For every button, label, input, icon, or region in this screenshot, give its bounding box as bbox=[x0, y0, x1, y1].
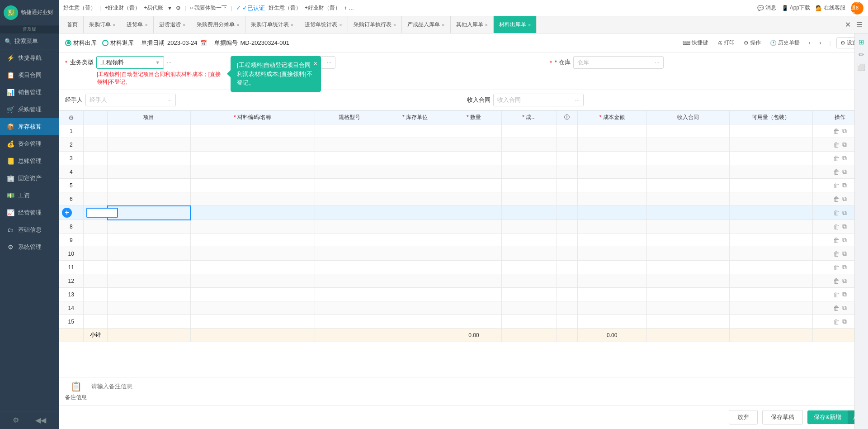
sidebar-item-payroll[interactable]: 💵 工资 bbox=[0, 187, 59, 204]
notes-input[interactable] bbox=[91, 381, 862, 391]
calendar-icon[interactable]: 📅 bbox=[200, 40, 207, 46]
close-all-icon[interactable]: ✕ bbox=[843, 19, 853, 30]
sidebar-item-sales[interactable]: 📊 销售管理 bbox=[0, 84, 59, 101]
tab-other-in[interactable]: 其他入库单 × bbox=[451, 16, 494, 33]
collapse-icon[interactable]: ◀◀ bbox=[35, 416, 46, 424]
topbar-good-biz[interactable]: 好生意（普） bbox=[63, 4, 96, 12]
sidebar-item-finance[interactable]: 💰 资金管理 bbox=[0, 135, 59, 153]
tab-close-icon[interactable]: × bbox=[339, 22, 342, 28]
delete-row-icon[interactable]: 🗑 bbox=[833, 128, 840, 135]
topbar-app-download[interactable]: 📱 App下载 bbox=[782, 4, 810, 12]
right-panel-table-icon[interactable]: ⊞ bbox=[859, 38, 864, 46]
sidebar-item-quick[interactable]: ⚡ 快捷导航 bbox=[0, 49, 59, 67]
print-button[interactable]: 🖨 打印 bbox=[714, 38, 737, 48]
delete-row-icon[interactable]: 🗑 bbox=[833, 209, 840, 216]
delete-row-icon[interactable]: 🗑 bbox=[833, 264, 840, 271]
copy-row-icon[interactable]: ⧉ bbox=[842, 236, 847, 244]
tab-close-icon[interactable]: × bbox=[236, 22, 239, 28]
topbar-more[interactable]: + … bbox=[344, 5, 354, 11]
tooltip-close-icon[interactable]: × bbox=[314, 59, 317, 68]
add-row-button[interactable]: + bbox=[62, 208, 72, 218]
shortcut-button[interactable]: ⌨ 快捷键 bbox=[680, 38, 711, 48]
copy-row-icon[interactable]: ⧉ bbox=[842, 277, 847, 285]
copy-row-icon[interactable]: ⧉ bbox=[842, 291, 847, 298]
topbar-biz2[interactable]: 好生意（普） bbox=[269, 4, 301, 12]
tab-close-icon[interactable]: × bbox=[183, 22, 185, 28]
th-settings[interactable]: ⚙ bbox=[59, 111, 84, 124]
copy-row-icon[interactable]: ⧉ bbox=[842, 181, 847, 189]
copy-row-icon[interactable]: ⧉ bbox=[842, 250, 847, 257]
copy-row-icon[interactable]: ⧉ bbox=[842, 304, 847, 312]
delete-row-icon[interactable]: 🗑 bbox=[833, 305, 840, 312]
radio-material-out[interactable]: 材料出库 bbox=[65, 39, 97, 47]
handler-input[interactable]: 经手人 ··· bbox=[85, 94, 176, 106]
tab-close-icon[interactable]: × bbox=[528, 22, 531, 28]
operations-button[interactable]: ⚙ 操作 bbox=[741, 38, 764, 48]
settings-bottom-icon[interactable]: ⚙ bbox=[13, 416, 19, 424]
save-draft-button[interactable]: 保存草稿 bbox=[762, 410, 803, 424]
right-panel-green-icon[interactable]: ⬜ bbox=[857, 63, 866, 72]
tab-close-icon[interactable]: × bbox=[442, 22, 444, 28]
copy-row-icon[interactable]: ⧉ bbox=[842, 141, 847, 148]
warehouse-input[interactable]: 仓库 ··· bbox=[573, 56, 664, 69]
delete-row-icon[interactable]: 🗑 bbox=[833, 291, 840, 298]
topbar-easy-account[interactable]: +易代账 bbox=[144, 4, 163, 12]
delete-row-icon[interactable]: 🗑 bbox=[833, 195, 840, 203]
user-avatar[interactable]: 畅捷通8号 bbox=[851, 2, 863, 14]
copy-row-icon[interactable]: ⧉ bbox=[842, 263, 847, 271]
tab-close-icon[interactable]: × bbox=[393, 22, 396, 28]
tab-product-in[interactable]: 产成品入库单 × bbox=[402, 16, 450, 33]
tab-material-out[interactable]: 材料出库单 × bbox=[494, 16, 537, 33]
sidebar-item-ops[interactable]: 📈 经营管理 bbox=[0, 204, 59, 221]
sidebar-item-purchase[interactable]: 🛒 采购管理 bbox=[0, 101, 59, 118]
business-type-dots[interactable]: ··· bbox=[167, 59, 171, 66]
sidebar-item-assets[interactable]: 🏢 固定资产 bbox=[0, 170, 59, 187]
delete-row-icon[interactable]: 🗑 bbox=[833, 237, 840, 244]
discard-button[interactable]: 放弃 bbox=[729, 410, 758, 424]
delete-row-icon[interactable]: 🗑 bbox=[833, 250, 840, 257]
copy-row-icon[interactable]: ⧉ bbox=[842, 223, 847, 230]
delete-row-icon[interactable]: 🗑 bbox=[833, 318, 840, 325]
sidebar-item-project[interactable]: 📋 项目合同 bbox=[0, 67, 59, 84]
topbar-good-finance[interactable]: +好业财（普） bbox=[104, 4, 140, 12]
sidebar-item-basic[interactable]: 🗂 基础信息 bbox=[0, 221, 59, 238]
tab-goods-return[interactable]: 进货退货 × bbox=[154, 16, 191, 33]
bill-date-value[interactable]: 2023-03-24 bbox=[167, 39, 198, 46]
topbar-message[interactable]: 💬 消息 bbox=[757, 4, 776, 12]
gear-icon[interactable]: ⚙ bbox=[68, 114, 74, 121]
delete-row-icon[interactable]: 🗑 bbox=[833, 223, 840, 230]
next-button[interactable]: › bbox=[817, 38, 824, 48]
topbar-dropdown[interactable]: ▼ bbox=[167, 5, 172, 11]
sidebar-item-ledger[interactable]: 📒 总账管理 bbox=[0, 153, 59, 170]
copy-row-icon[interactable]: ⧉ bbox=[842, 127, 847, 135]
tab-purchase-cost[interactable]: 采购费用分摊单 × bbox=[191, 16, 245, 33]
delete-row-icon[interactable]: 🗑 bbox=[833, 155, 840, 162]
copy-row-icon[interactable]: ⧉ bbox=[842, 209, 847, 217]
delete-row-icon[interactable]: 🗑 bbox=[833, 168, 840, 176]
income-contract-input[interactable]: 收入合同 ··· bbox=[493, 94, 584, 106]
tab-goods-stat[interactable]: 进货单统计表 × bbox=[299, 16, 348, 33]
tab-purchase-exec[interactable]: 采购订单执行表 × bbox=[348, 16, 402, 33]
sidebar-item-inventory[interactable]: 📦 库存核算 bbox=[0, 118, 59, 135]
prev-button[interactable]: ‹ bbox=[806, 38, 813, 48]
tab-close-icon[interactable]: × bbox=[113, 22, 115, 28]
sidebar-item-system[interactable]: ⚙ 系统管理 bbox=[0, 238, 59, 256]
history-button[interactable]: 🕐 历史单据 bbox=[767, 38, 802, 48]
delete-row-icon[interactable]: 🗑 bbox=[833, 182, 840, 189]
save-new-button[interactable]: 保存&新增 bbox=[807, 410, 848, 424]
tab-home[interactable]: 首页 bbox=[61, 16, 84, 33]
radio-material-return[interactable]: 材料退库 bbox=[102, 39, 134, 47]
tab-purchase-stat[interactable]: 采购订单统计表 × bbox=[245, 16, 299, 33]
copy-row-icon[interactable]: ⧉ bbox=[842, 154, 847, 162]
tab-goods-in[interactable]: 进货单 × bbox=[121, 16, 153, 33]
business-type-input[interactable]: 工程领料 ▼ bbox=[96, 56, 164, 69]
tab-purchase-order[interactable]: 采购订单 × bbox=[84, 16, 121, 33]
delete-row-icon[interactable]: 🗑 bbox=[833, 277, 840, 285]
topbar-experience[interactable]: ○ 我要体验一下 bbox=[190, 4, 227, 12]
copy-row-icon[interactable]: ⧉ bbox=[842, 195, 847, 203]
topbar-online-service[interactable]: 💁 在线客服 bbox=[816, 4, 845, 12]
tab-close-icon[interactable]: × bbox=[145, 22, 147, 28]
copy-row-icon[interactable]: ⧉ bbox=[842, 168, 847, 176]
copy-row-icon[interactable]: ⧉ bbox=[842, 318, 847, 325]
delete-row-icon[interactable]: 🗑 bbox=[833, 141, 840, 148]
